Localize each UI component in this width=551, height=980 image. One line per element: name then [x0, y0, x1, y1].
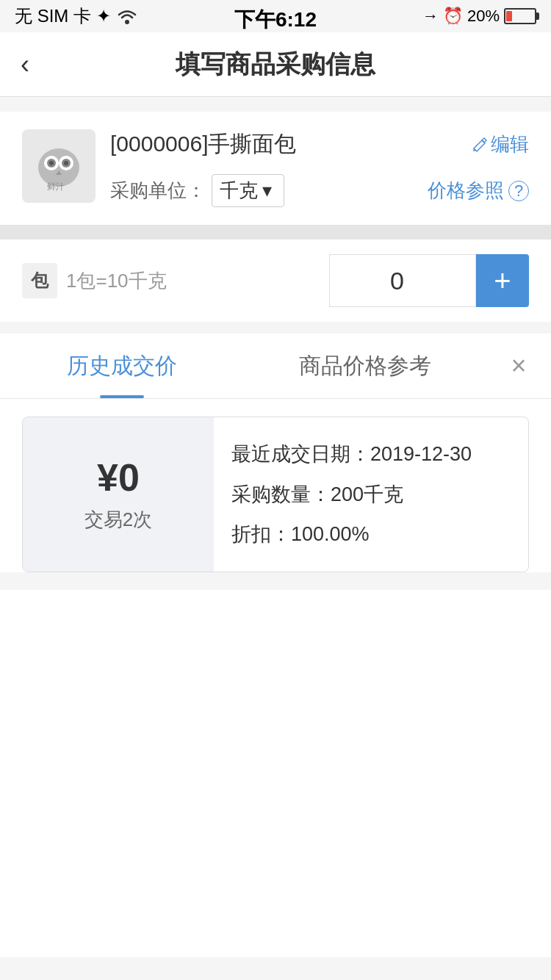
- price-value: 0: [118, 456, 140, 499]
- unit-badge: 包: [22, 263, 57, 298]
- svg-point-7: [64, 161, 68, 165]
- product-unit-row: 采购单位： 千克 ▾ 价格参照 ?: [110, 174, 529, 207]
- battery-percent: 20%: [467, 7, 500, 26]
- svg-point-6: [49, 161, 54, 165]
- wifi-icon: [117, 8, 137, 24]
- unit-info: 包 1包=10千克: [22, 263, 167, 298]
- unit-ratio: 1包=10千克: [66, 268, 167, 294]
- status-left: 无 SIM 卡 ✦: [15, 4, 137, 28]
- svg-point-0: [125, 20, 129, 24]
- price-left-panel: ¥0 交易2次: [23, 417, 214, 572]
- product-card: 鲜汁 [0000006]手撕面包 编辑 采购单位： 千克 ▾: [0, 112, 551, 225]
- status-right: → ⏰ 20%: [422, 7, 536, 26]
- edit-label: 编辑: [491, 131, 529, 157]
- location-icon: →: [422, 7, 439, 26]
- tab-price-reference[interactable]: 商品价格参考: [243, 334, 486, 398]
- help-icon: ?: [508, 181, 529, 201]
- product-header: [0000006]手撕面包 编辑: [110, 129, 529, 159]
- tabs-container: 历史成交价 商品价格参考 × ¥0 交易2次 最近成交日期：2019-12-30…: [0, 334, 551, 572]
- price-transactions: 交易2次: [84, 507, 152, 533]
- status-bar: 无 SIM 卡 ✦ 下午6:12 → ⏰ 20%: [0, 0, 551, 32]
- quantity-input[interactable]: [329, 254, 476, 307]
- price-card: ¥0 交易2次 最近成交日期：2019-12-30 采购数量：200千克 折扣：…: [22, 417, 529, 572]
- unit-value: 千克: [220, 178, 258, 203]
- back-button[interactable]: ‹: [21, 49, 29, 80]
- svg-text:鲜汁: 鲜汁: [47, 181, 65, 192]
- nav-bar: ‹ 填写商品采购信息: [0, 32, 551, 97]
- edit-button[interactable]: 编辑: [472, 131, 529, 157]
- page-title: 填写商品采购信息: [176, 48, 375, 82]
- status-time: 下午6:12: [234, 6, 317, 34]
- recent-date-value: 2019-12-30: [370, 443, 472, 465]
- price-ref-label: 价格参照: [428, 178, 504, 203]
- battery-icon: [504, 8, 536, 24]
- section-divider: [0, 225, 551, 239]
- quantity-control: +: [329, 254, 529, 307]
- product-name: [0000006]手撕面包: [110, 129, 296, 159]
- unit-select[interactable]: 千克 ▾: [212, 174, 284, 207]
- quantity-plus-button[interactable]: +: [476, 254, 529, 307]
- price-ref-button[interactable]: 价格参照 ?: [428, 178, 529, 203]
- discount-row: 折扣：100.00%: [231, 519, 511, 550]
- product-info: [0000006]手撕面包 编辑 采购单位： 千克 ▾ 价格参照: [110, 129, 529, 207]
- content-area: [0, 590, 551, 957]
- discount-label: 折扣：: [231, 523, 291, 545]
- tab-history-price[interactable]: 历史成交价: [0, 334, 243, 398]
- purchase-quantity-value: 200千克: [331, 483, 403, 505]
- tabs-header: 历史成交价 商品价格参考 ×: [0, 334, 551, 399]
- battery-fill: [506, 11, 512, 21]
- discount-value: 100.00%: [291, 523, 370, 545]
- quantity-row: 包 1包=10千克 +: [0, 239, 551, 322]
- alarm-icon: ⏰: [443, 7, 463, 26]
- product-image: 鲜汁: [29, 137, 88, 195]
- sim-signal-text: 无 SIM 卡 ✦: [15, 4, 111, 28]
- tab-reference-label: 商品价格参考: [299, 351, 431, 381]
- price-right-panel: 最近成交日期：2019-12-30 采购数量：200千克 折扣：100.00%: [214, 417, 528, 572]
- product-thumbnail: 鲜汁: [22, 129, 96, 203]
- chevron-down-icon: ▾: [262, 179, 272, 202]
- purchase-quantity-label: 采购数量：: [231, 483, 331, 505]
- edit-icon: [472, 137, 488, 153]
- currency-symbol: ¥: [97, 456, 118, 499]
- recent-date-row: 最近成交日期：2019-12-30: [231, 439, 511, 469]
- tab-history-label: 历史成交价: [67, 351, 177, 381]
- price-amount: ¥0: [97, 455, 140, 500]
- purchase-quantity-row: 采购数量：200千克: [231, 480, 511, 510]
- unit-label: 采购单位： 千克 ▾: [110, 174, 284, 207]
- tabs-close-button[interactable]: ×: [486, 334, 551, 398]
- recent-date-label: 最近成交日期：: [231, 443, 370, 465]
